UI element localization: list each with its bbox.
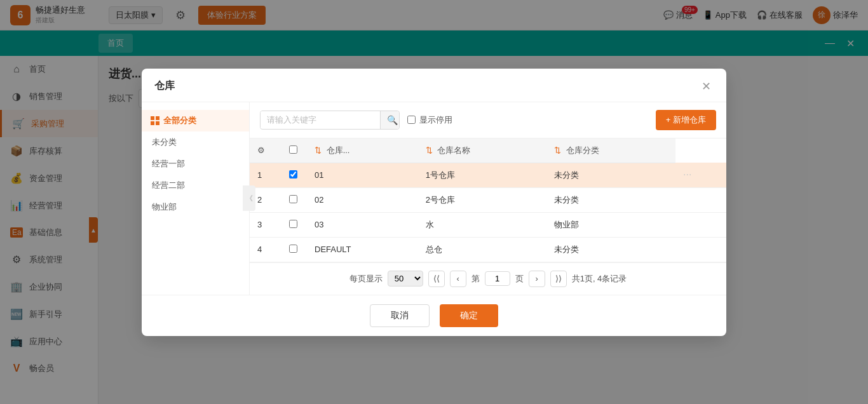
row-checkbox-cell[interactable]: [281, 187, 307, 212]
table-row[interactable]: 3 03 水 物业部: [250, 212, 726, 237]
row-code: DEFAULT: [307, 237, 418, 262]
table-row[interactable]: 4 DEFAULT 总仓 未分类: [250, 237, 726, 262]
row-category: 未分类: [546, 187, 675, 212]
category-item-0[interactable]: 未分类: [142, 131, 249, 153]
row-checkbox[interactable]: [289, 220, 297, 228]
warehouse-modal: 仓库 ✕ 全部分类 未分类 经: [142, 69, 726, 336]
row-name: 1号仓库: [418, 163, 547, 187]
row-name: 2号仓库: [418, 187, 547, 212]
pagination-bar: 每页显示 50 100 200 ⟨⟨ ‹ 第 页 › ⟩⟩ 共1页, 4条记录: [250, 262, 726, 295]
show-disabled-label: 显示停用: [419, 114, 452, 126]
sort-icon-cat: ⇅: [554, 145, 561, 155]
confirm-button[interactable]: 确定: [440, 304, 498, 327]
row-checkbox[interactable]: [289, 195, 297, 203]
table-row[interactable]: 1 01 1号仓库 未分类 ···: [250, 163, 726, 187]
per-page-label: 每页显示: [349, 273, 383, 285]
select-all-checkbox[interactable]: [289, 145, 297, 154]
data-table: ⚙ ⇅ 仓库... ⇅: [250, 138, 726, 262]
col-category[interactable]: ⇅ 仓库分类: [546, 138, 675, 163]
row-checkbox-cell[interactable]: [281, 212, 307, 237]
grid-icon: [151, 116, 159, 125]
modal-close-button[interactable]: ✕: [698, 79, 714, 94]
table-panel: 🔍 显示停用 + 新增仓库 ⚙: [250, 102, 726, 295]
row-checkbox[interactable]: [289, 245, 297, 253]
modal-header: 仓库 ✕: [142, 69, 726, 102]
row-index: 4: [250, 237, 281, 262]
row-actions-icon[interactable]: ···: [683, 169, 691, 180]
row-checkbox-cell[interactable]: [281, 237, 307, 262]
col-code[interactable]: ⇅ 仓库...: [307, 138, 418, 163]
prev-page-button[interactable]: ‹: [450, 271, 466, 287]
category-item-3[interactable]: 物业部: [142, 196, 249, 218]
row-category: 未分类: [546, 163, 675, 187]
row-index: 3: [250, 212, 281, 237]
col-name[interactable]: ⇅ 仓库名称: [418, 138, 547, 163]
category-item-1[interactable]: 经营一部: [142, 153, 249, 175]
row-checkbox-cell[interactable]: [281, 163, 307, 187]
show-disabled-checkbox[interactable]: [407, 116, 416, 124]
all-category-header[interactable]: 全部分类: [142, 110, 249, 131]
total-label: 共1页, 4条记录: [572, 273, 627, 285]
all-category-label: 全部分类: [163, 115, 196, 126]
category-collapse-button[interactable]: 《: [243, 185, 255, 211]
row-checkbox[interactable]: [289, 170, 297, 178]
row-code: 01: [307, 163, 418, 187]
table-row[interactable]: 2 02 2号仓库 未分类: [250, 187, 726, 212]
row-category: 物业部: [546, 212, 675, 237]
search-input[interactable]: [261, 111, 380, 128]
col-checkbox: [281, 138, 307, 163]
show-disabled-wrap: 显示停用: [407, 114, 452, 126]
new-warehouse-button[interactable]: + 新增仓库: [656, 110, 716, 130]
category-item-2[interactable]: 经营二部: [142, 175, 249, 196]
row-name: 水: [418, 212, 547, 237]
row-index: 1: [250, 163, 281, 187]
row-actions[interactable]: ···: [675, 163, 726, 187]
last-page-button[interactable]: ⟩⟩: [550, 271, 567, 287]
next-page-button[interactable]: ›: [529, 271, 545, 287]
modal-body: 全部分类 未分类 经营一部 经营二部 物业部 《: [142, 102, 726, 295]
sort-icon-name: ⇅: [426, 145, 433, 155]
first-page-button[interactable]: ⟨⟨: [428, 271, 445, 287]
table-toolbar: 🔍 显示停用 + 新增仓库: [250, 102, 726, 138]
cancel-button[interactable]: 取消: [370, 304, 430, 327]
modal-overlay[interactable]: 仓库 ✕ 全部分类 未分类 经: [0, 0, 868, 404]
row-name: 总仓: [418, 237, 547, 262]
row-code: 02: [307, 187, 418, 212]
modal-title: 仓库: [154, 79, 175, 93]
col-settings: ⚙: [250, 138, 281, 163]
search-wrap: 🔍: [260, 111, 400, 130]
page-input[interactable]: [485, 271, 510, 286]
col-settings-icon: ⚙: [257, 145, 265, 155]
category-panel: 全部分类 未分类 经营一部 经营二部 物业部 《: [142, 102, 250, 295]
per-page-select[interactable]: 50 100 200: [388, 271, 423, 286]
search-button[interactable]: 🔍: [380, 111, 400, 129]
warehouse-table: ⚙ ⇅ 仓库... ⇅: [250, 138, 726, 262]
row-code: 03: [307, 212, 418, 237]
sort-icon: ⇅: [315, 145, 322, 155]
page-label: 第: [471, 273, 480, 285]
page-suffix: 页: [515, 273, 524, 285]
row-category: 未分类: [546, 237, 675, 262]
modal-footer: 取消 确定: [142, 295, 726, 336]
